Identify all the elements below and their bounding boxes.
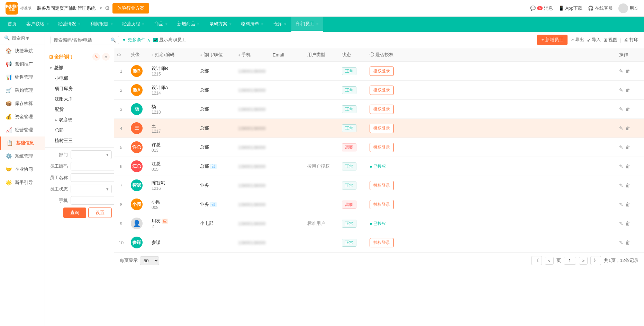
app-download-button[interactable]: 📱 App下载 <box>559 5 582 11</box>
query-button[interactable]: 查询 <box>63 208 86 218</box>
tab-business-history-close[interactable]: × <box>142 22 144 26</box>
auth-button[interactable]: 授权登录 <box>370 105 394 114</box>
more-filter-button[interactable]: ▼ 更多条件 ∧ <box>122 37 151 43</box>
edit-button[interactable]: ✎ <box>619 202 623 207</box>
per-page-select[interactable]: 50 100 200 <box>140 256 159 265</box>
filter-phone-input[interactable] <box>71 196 114 205</box>
sidebar-item-purchase[interactable]: 🛒 采购管理 <box>0 84 45 97</box>
delete-button[interactable]: 🗑 <box>625 106 630 112</box>
col-phone[interactable]: ↕ 手机 <box>235 48 270 62</box>
tab-customer-close[interactable]: × <box>46 22 48 26</box>
page-number-input[interactable] <box>564 257 576 265</box>
tab-bom[interactable]: 物料清单× <box>236 17 268 32</box>
tab-profit-close[interactable]: × <box>110 22 112 26</box>
delete-button[interactable]: 🗑 <box>625 144 630 150</box>
prev-prev-button[interactable]: 《 <box>531 256 542 265</box>
delete-button[interactable]: 🗑 <box>625 87 630 93</box>
user-button[interactable]: 用友 <box>618 3 638 13</box>
col-name-code[interactable]: ↕ 姓名/编码 <box>149 48 197 62</box>
auth-button[interactable]: 授权登录 <box>370 143 394 152</box>
edit-button[interactable]: ✎ <box>619 144 623 150</box>
sidebar-item-inventory[interactable]: 📦 库存核算 <box>0 97 45 110</box>
sidebar-item-sales[interactable]: 📊 销售管理 <box>0 71 45 84</box>
delete-button[interactable]: 🗑 <box>625 240 630 245</box>
trial-button[interactable]: 体验行业方案 <box>112 3 149 14</box>
online-service-button[interactable]: 🎧 在线客服 <box>588 5 613 11</box>
delete-button[interactable]: 🗑 <box>625 221 630 226</box>
tab-profit[interactable]: 利润报告× <box>85 17 117 32</box>
tab-add-goods-close[interactable]: × <box>197 22 199 26</box>
set-button[interactable]: 设置 <box>88 208 112 218</box>
tab-business-status[interactable]: 经营情况× <box>53 17 85 32</box>
edit-button[interactable]: ✎ <box>619 106 623 112</box>
tab-barcode[interactable]: 条码方案× <box>205 17 236 32</box>
dept-tree-item-hq[interactable]: 总部 <box>45 125 114 135</box>
auth-button[interactable]: 授权登录 <box>370 124 394 133</box>
filter-empcode-input[interactable] <box>71 162 114 170</box>
edit-button[interactable]: ✎ <box>619 221 623 226</box>
delete-button[interactable]: 🗑 <box>625 164 630 169</box>
edit-button[interactable]: ✎ <box>619 125 623 131</box>
auth-button[interactable]: 授权登录 <box>370 181 394 190</box>
sidebar-item-marketing[interactable]: 📢 营销推广 <box>0 58 45 71</box>
auth-button[interactable]: 授权登录 <box>370 67 394 76</box>
dept-tree-item-project-warehouse[interactable]: 项目库房 <box>45 83 114 94</box>
next-next-button[interactable]: 》 <box>590 256 601 265</box>
tab-warehouse-close[interactable]: × <box>284 22 287 26</box>
delete-button[interactable]: 🗑 <box>625 202 630 207</box>
edit-button[interactable]: ✎ <box>619 68 623 74</box>
sidebar-item-basics[interactable]: 📋 基础信息 <box>0 136 45 150</box>
auth-button[interactable]: 授权登录 <box>370 86 394 95</box>
sidebar-item-collab[interactable]: 🤝 企业协同 <box>0 163 45 176</box>
tab-dept-employee[interactable]: 部门员工× <box>291 17 323 32</box>
dept-tree-item-shuangyanxiang[interactable]: ▶ 双彦想 <box>45 115 114 125</box>
sidebar-item-finance[interactable]: 💰 资金管理 <box>0 110 45 123</box>
add-employee-button[interactable]: + 新增员工 <box>537 35 567 45</box>
edit-button[interactable]: ✎ <box>619 183 623 188</box>
tab-business-history[interactable]: 经营历程× <box>117 17 149 32</box>
tab-customer[interactable]: 客户联络× <box>21 17 53 32</box>
sidebar-item-quick-nav[interactable]: 🏠 快捷导航 <box>0 44 45 58</box>
delete-button[interactable]: 🗑 <box>625 68 630 74</box>
message-button[interactable]: 💬 6 消息 <box>530 5 553 11</box>
col-auth[interactable]: ⓘ 是否授权 <box>367 48 408 62</box>
edit-button[interactable]: ✎ <box>619 87 623 93</box>
import-button[interactable]: ↙ 导入 <box>587 37 601 43</box>
edit-button[interactable]: ✎ <box>619 240 623 245</box>
col-settings[interactable]: ⚙ <box>114 48 128 62</box>
dept-tree-edit-button[interactable]: ✎ <box>92 53 100 61</box>
tab-goods[interactable]: 商品× <box>149 17 172 32</box>
filter-empname-input[interactable] <box>71 173 114 182</box>
gear-icon[interactable]: ⚙ <box>105 5 110 11</box>
filter-empstatus-select[interactable]: ▾ <box>71 185 112 193</box>
tab-bom-close[interactable]: × <box>261 22 263 26</box>
col-dept-pos[interactable]: ↕ 部门/职位 <box>197 48 235 62</box>
dept-tree-item-plant[interactable]: 植树王三 <box>45 135 114 146</box>
prev-button[interactable]: < <box>545 257 554 265</box>
next-button[interactable]: > <box>579 257 588 265</box>
delete-button[interactable]: 🗑 <box>625 183 630 188</box>
show-resigned-checkbox[interactable] <box>153 38 158 42</box>
tab-barcode-close[interactable]: × <box>229 22 232 26</box>
edit-button[interactable]: ✎ <box>619 164 623 169</box>
print-button[interactable]: 🖨 打印 <box>624 37 638 43</box>
sidebar-search-input[interactable] <box>12 35 39 41</box>
dept-tree-collapse-button[interactable]: « <box>102 53 110 61</box>
tab-business-status-close[interactable]: × <box>78 22 80 26</box>
dept-tree-item-delivery[interactable]: 配货 <box>45 104 114 115</box>
tab-warehouse[interactable]: 仓库× <box>269 17 291 32</box>
system-title-dropdown-icon[interactable]: ▾ <box>100 6 102 11</box>
filter-dept-select[interactable]: ▾ <box>71 150 112 159</box>
sidebar-item-guide[interactable]: 🌟 新手引导 <box>0 176 45 189</box>
sidebar-item-operations[interactable]: 📈 经营管理 <box>0 123 45 136</box>
tab-add-goods[interactable]: 新增商品× <box>172 17 204 32</box>
search-input[interactable] <box>54 37 109 43</box>
view-button[interactable]: ⊞ 视图 <box>604 37 617 43</box>
dept-tree-item-shenyang[interactable]: 沈阳大库 <box>45 94 114 104</box>
delete-button[interactable]: 🗑 <box>625 125 630 131</box>
tab-dept-employee-close[interactable]: × <box>316 22 318 26</box>
sidebar-item-system[interactable]: ⚙️ 系统管理 <box>0 150 45 163</box>
dept-tree-item-electronics[interactable]: 小电部 <box>45 73 114 83</box>
tab-home[interactable]: 首页 <box>3 17 21 32</box>
export-button[interactable]: ↗ 导出 <box>570 37 584 43</box>
